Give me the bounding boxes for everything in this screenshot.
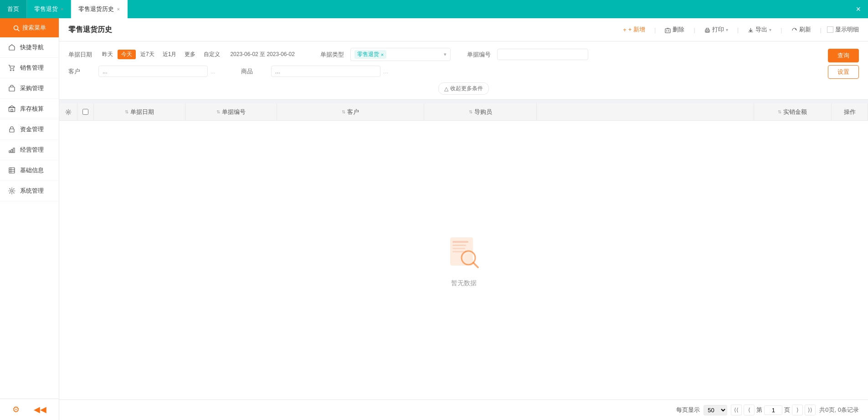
delete-icon (665, 26, 671, 33)
type-filter-select[interactable]: 零售退货 × ▾ (350, 48, 451, 61)
page-last-btn[interactable]: ⟩⟩ (805, 405, 816, 415)
sidebar-item-inventory[interactable]: 库存核算 (0, 99, 59, 119)
th-amount[interactable]: ⇅ 实销金额 (754, 103, 832, 120)
tab-retail-return-history-close[interactable]: × (117, 6, 119, 12)
filter-settings-button[interactable]: 设置 (828, 65, 859, 79)
date-btn-yesterday[interactable]: 昨天 (98, 50, 117, 59)
main-layout: 搜索菜单 快捷导航 销售管理 采购管理 库存核算 (0, 18, 868, 420)
svg-rect-20 (706, 31, 709, 32)
th-customer[interactable]: ⇅ 客户 (277, 103, 424, 120)
sidebar-item-ops-mgmt[interactable]: 经营管理 (0, 140, 59, 160)
box-icon (7, 84, 16, 93)
page-prev-btn[interactable]: ⟨ (744, 405, 755, 415)
sidebar-item-quick-nav[interactable]: 快捷导航 (0, 37, 59, 58)
th-customer-sort-icon: ⇅ (342, 109, 345, 114)
goods-more-btn[interactable]: ... (383, 68, 388, 75)
page-size-select[interactable]: 20 50 100 (704, 405, 727, 415)
th-settings[interactable] (59, 103, 77, 120)
tab-home-label: 首页 (7, 5, 19, 13)
table-header: ⇅ 单据日期 ⇅ 单据编号 ⇅ 客户 ⇅ 导购员 ⇅ 实销 (59, 103, 868, 121)
filter-area: 单据日期 昨天 今天 近7天 近1月 更多 自定义 2023-06-02 至 2… (59, 41, 868, 100)
th-op: 操作 (832, 103, 868, 120)
date-btn-1month[interactable]: 近1月 (159, 50, 180, 59)
sidebar-search[interactable]: 搜索菜单 (0, 18, 59, 37)
th-guide-sort-icon: ⇅ (469, 109, 473, 114)
export-icon (748, 26, 754, 33)
th-amount-sort-icon: ⇅ (778, 109, 781, 114)
display-checkbox[interactable] (827, 26, 833, 33)
svg-rect-7 (10, 129, 14, 132)
sidebar-item-base-info[interactable]: 基础信息 (0, 160, 59, 181)
select-all-checkbox[interactable] (82, 109, 88, 115)
sidebar-item-finance[interactable]: 资金管理 (0, 119, 59, 140)
date-btn-more[interactable]: 更多 (181, 50, 199, 59)
sidebar-item-inventory-label: 库存核算 (20, 105, 44, 113)
customer-more-btn[interactable]: ... (211, 68, 216, 75)
export-button[interactable]: 导出 ▾ (744, 24, 775, 36)
svg-point-3 (13, 70, 14, 71)
page-first-btn[interactable]: ⟨⟨ (731, 405, 742, 415)
date-btn-custom[interactable]: 自定义 (200, 50, 224, 59)
voucher-filter-label: 单据编号 (467, 51, 494, 59)
sidebar-bottom: ⚙ ◀◀ (0, 399, 59, 420)
sidebar-item-sales-mgmt[interactable]: 销售管理 (0, 58, 59, 78)
date-btn-7days[interactable]: 近7天 (137, 50, 158, 59)
sidebar-item-sys-mgmt-label: 系统管理 (20, 187, 44, 195)
sidebar-item-purchase-mgmt[interactable]: 采购管理 (0, 78, 59, 99)
svg-rect-6 (11, 109, 13, 112)
page-next-btn[interactable]: ⟩ (792, 405, 803, 415)
customer-filter-input[interactable] (98, 66, 208, 77)
sidebar: 搜索菜单 快捷导航 销售管理 采购管理 库存核算 (0, 18, 59, 420)
empty-illustration (443, 233, 484, 274)
export-dropdown-icon: ▾ (769, 27, 771, 32)
refresh-button[interactable]: 刷新 (788, 24, 815, 36)
th-voucher[interactable]: ⇅ 单据编号 (185, 103, 277, 120)
empty-text: 暂无数据 (451, 279, 477, 287)
tab-retail-return-close[interactable]: × (61, 6, 63, 12)
lock-icon (7, 125, 16, 134)
tab-retail-return-history[interactable]: 零售退货历史 × (71, 0, 127, 18)
th-checkbox[interactable] (77, 103, 94, 120)
sidebar-volume-icon[interactable]: ◀◀ (34, 405, 46, 415)
top-bar-close[interactable]: × (848, 5, 868, 14)
th-date[interactable]: ⇅ 单据日期 (94, 103, 185, 120)
svg-rect-24 (452, 245, 466, 246)
print-dropdown-icon: ▾ (726, 27, 728, 32)
collapse-label: 收起更多条件 (450, 85, 483, 92)
display-toggle[interactable]: 显示明细 (827, 26, 859, 34)
sidebar-item-quick-nav-label: 快捷导航 (20, 43, 44, 51)
add-button[interactable]: + + 新增 (619, 24, 649, 36)
column-settings-icon[interactable] (65, 108, 72, 116)
svg-point-29 (464, 254, 473, 262)
collapse-button[interactable]: △ 收起更多条件 (438, 82, 489, 95)
svg-line-28 (473, 263, 478, 267)
print-button[interactable]: 打印 ▾ (701, 24, 732, 36)
goods-filter-input[interactable] (271, 66, 380, 77)
page-number-input[interactable] (764, 405, 782, 415)
delete-button[interactable]: 删除 (661, 24, 688, 36)
svg-line-1 (17, 29, 19, 31)
sidebar-settings-icon[interactable]: ⚙ (12, 405, 20, 415)
sidebar-item-sys-mgmt[interactable]: 系统管理 (0, 181, 59, 201)
voucher-filter-input[interactable] (497, 49, 588, 60)
customer-filter-label: 客户 (68, 67, 96, 76)
page-header: 零售退货历史 + + 新增 | 删除 | 打 (59, 18, 868, 41)
query-button[interactable]: 查询 (828, 49, 859, 62)
date-btn-today[interactable]: 今天 (118, 50, 136, 59)
tab-retail-return[interactable]: 零售退货 × (27, 0, 71, 18)
date-range-display: 2023-06-02 至 2023-06-02 (230, 51, 294, 58)
table-icon (7, 166, 16, 175)
th-voucher-sort-icon: ⇅ (216, 109, 220, 114)
collapse-icon: △ (444, 86, 448, 92)
svg-point-21 (67, 111, 69, 113)
sidebar-item-base-info-label: 基础信息 (20, 166, 44, 174)
top-bar: 首页 零售退货 × 零售退货历史 × × (0, 0, 868, 18)
sidebar-item-ops-mgmt-label: 经营管理 (20, 146, 44, 154)
tab-home[interactable]: 首页 (0, 0, 27, 18)
type-filter-tag-close[interactable]: × (381, 52, 384, 57)
page-size-label: 每页显示 (676, 406, 700, 414)
empty-state: 暂无数据 (59, 121, 868, 400)
page-title: 零售退货历史 (68, 25, 112, 35)
th-guide[interactable]: ⇅ 导购员 (424, 103, 537, 120)
svg-rect-9 (11, 149, 13, 153)
